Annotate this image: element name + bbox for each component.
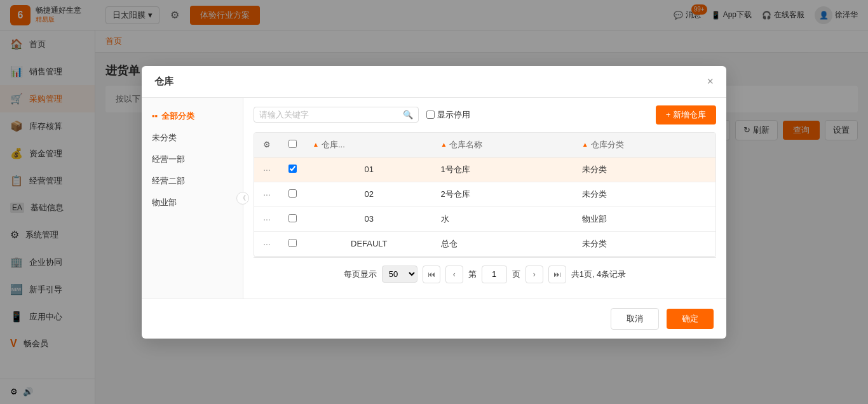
- page-suffix: 页: [512, 269, 520, 280]
- modal-toolbar: 🔍 显示停用 + 新增仓库: [254, 105, 716, 125]
- sort-category[interactable]: ▲ 仓库分类: [582, 139, 708, 151]
- th-category[interactable]: ▲ 仓库分类: [574, 133, 715, 158]
- modal-header: 仓库 ×: [142, 66, 726, 98]
- sidebar-collapse-button[interactable]: 《: [236, 192, 249, 205]
- row-num: 01: [305, 157, 433, 182]
- row-actions[interactable]: ···: [254, 206, 280, 231]
- per-page-label: 每页显示: [344, 269, 377, 280]
- page-label: 第: [468, 269, 477, 280]
- th-name[interactable]: ▲ 仓库名称: [433, 133, 574, 158]
- pagination: 每页显示 50 10 20 100 ⏮ ‹ 第 页 › ⏭ 共1页, 4条记录: [254, 257, 716, 291]
- gear-icon: ⚙: [263, 140, 271, 149]
- category-all[interactable]: ▪▪ 全部分类: [142, 105, 243, 127]
- modal-close-button[interactable]: ×: [707, 75, 714, 88]
- modal-footer: 取消 确定: [142, 299, 726, 339]
- show-disabled-checkbox[interactable]: 显示停用: [426, 109, 470, 121]
- category-label: 未分类: [152, 132, 177, 144]
- table-header-row: ⚙ ▲ 仓库...: [254, 133, 715, 158]
- row-name: 2号仓库: [433, 182, 574, 206]
- sort-code[interactable]: ▲ 仓库...: [313, 139, 426, 151]
- sort-icon: ▲: [582, 141, 588, 148]
- select-all-checkbox[interactable]: [288, 140, 297, 148]
- modal-title: 仓库: [154, 76, 173, 88]
- grid-icon: ▪▪: [152, 111, 158, 121]
- row-checkbox[interactable]: [280, 206, 305, 231]
- row-actions[interactable]: ···: [254, 157, 280, 182]
- sort-icon: ▲: [441, 141, 447, 148]
- row-actions[interactable]: ···: [254, 182, 280, 206]
- modal-main: 🔍 显示停用 + 新增仓库 ⚙: [243, 98, 726, 299]
- last-page-button[interactable]: ⏭: [548, 266, 566, 283]
- category-dept1[interactable]: 经营一部: [142, 149, 243, 170]
- cancel-button[interactable]: 取消: [611, 308, 659, 330]
- row-checkbox[interactable]: [280, 231, 305, 256]
- table-row[interactable]: ··· 03 水 物业部: [254, 206, 715, 231]
- row-num: DEFAULT: [305, 231, 433, 256]
- row-checkbox[interactable]: [280, 157, 305, 182]
- confirm-button[interactable]: 确定: [667, 309, 714, 329]
- category-label: 物业部: [152, 197, 177, 208]
- sort-icon: ▲: [313, 141, 319, 148]
- category-uncat[interactable]: 未分类: [142, 127, 243, 149]
- search-input[interactable]: [259, 110, 399, 119]
- table: ⚙ ▲ 仓库...: [254, 133, 715, 257]
- total-info: 共1页, 4条记录: [571, 269, 627, 280]
- row-num: 02: [305, 182, 433, 206]
- sort-name[interactable]: ▲ 仓库名称: [441, 139, 567, 151]
- collapse-icon: 《: [240, 194, 246, 203]
- per-page-select[interactable]: 50 10 20 100: [382, 266, 417, 283]
- search-box: 🔍: [254, 107, 419, 123]
- modal-category-sidebar: ▪▪ 全部分类 未分类 经营一部 经营二部 物业部 《: [142, 98, 243, 299]
- next-page-button[interactable]: ›: [526, 266, 543, 283]
- row-category: 未分类: [574, 231, 715, 256]
- row-num: 03: [305, 206, 433, 231]
- table-row[interactable]: ··· DEFAULT 总仓 未分类: [254, 231, 715, 256]
- row-name: 1号仓库: [433, 157, 574, 182]
- category-property[interactable]: 物业部: [142, 192, 243, 213]
- row-name: 总仓: [433, 231, 574, 256]
- th-code[interactable]: ▲ 仓库...: [305, 133, 433, 158]
- th-gear: ⚙: [254, 133, 280, 158]
- search-icon: 🔍: [403, 110, 413, 119]
- category-label: 经营二部: [152, 175, 185, 187]
- row-category: 未分类: [574, 157, 715, 182]
- row-name: 水: [433, 206, 574, 231]
- show-disabled-label: 显示停用: [437, 109, 470, 121]
- modal-overlay: 仓库 × ▪▪ 全部分类 未分类 经营一部 经营二部: [0, 0, 868, 404]
- category-dept2[interactable]: 经营二部: [142, 170, 243, 192]
- row-category: 物业部: [574, 206, 715, 231]
- modal-body: ▪▪ 全部分类 未分类 经营一部 经营二部 物业部 《: [142, 98, 726, 299]
- category-label: 经营一部: [152, 154, 185, 165]
- row-checkbox[interactable]: [280, 182, 305, 206]
- warehouse-modal: 仓库 × ▪▪ 全部分类 未分类 经营一部 经营二部: [142, 66, 726, 339]
- warehouse-table: ⚙ ▲ 仓库...: [254, 132, 716, 257]
- new-warehouse-button[interactable]: + 新增仓库: [656, 105, 716, 125]
- prev-page-button[interactable]: ‹: [445, 266, 463, 283]
- page-number-input[interactable]: [482, 266, 507, 283]
- first-page-button[interactable]: ⏮: [423, 266, 440, 283]
- table-row[interactable]: ··· 02 2号仓库 未分类: [254, 182, 715, 206]
- row-actions[interactable]: ···: [254, 231, 280, 256]
- show-disabled-check[interactable]: [426, 111, 435, 119]
- th-checkbox: [280, 133, 305, 158]
- row-category: 未分类: [574, 182, 715, 206]
- table-row[interactable]: ··· 01 1号仓库 未分类: [254, 157, 715, 182]
- category-label: 全部分类: [161, 111, 194, 122]
